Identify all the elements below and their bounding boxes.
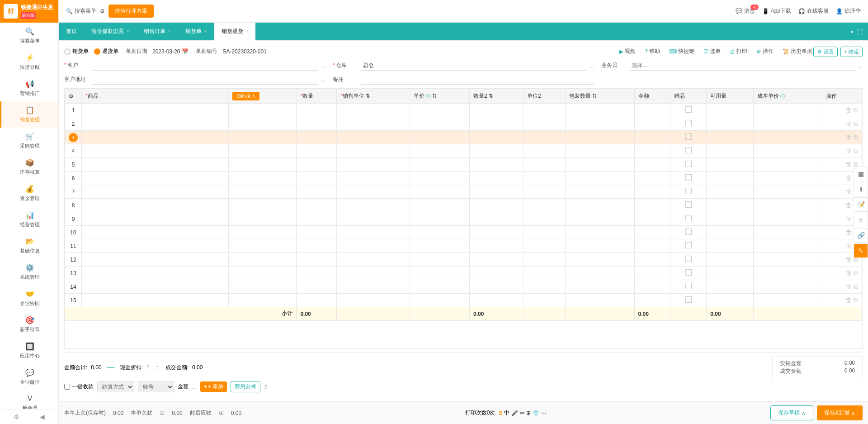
operations-btn[interactable]: ⚙ 操作 [754,46,776,57]
pkg-qty-cell-1[interactable] [565,104,634,117]
sidebar-item-basic[interactable]: 📂 基础信息 [0,233,58,259]
delete-icon[interactable]: 🗑 [845,161,852,168]
sidebar-item-finance[interactable]: 💰 资金管理 [0,180,58,206]
gift-cell-3[interactable] [670,131,707,144]
copy-icon[interactable]: ⧉ [854,283,858,291]
qty2-cell-3[interactable] [470,131,524,144]
qty2-cell-1[interactable] [470,104,524,117]
unit-price-cell-2[interactable] [410,117,470,131]
gift-checkbox-1[interactable] [685,106,692,113]
right-panel-tabs[interactable]: ▦ [854,167,868,181]
goods-cell-3[interactable] [82,131,229,144]
experience-btn[interactable]: 体验行业方案 [108,5,154,18]
customer-input[interactable] [92,60,318,71]
mic-icon[interactable]: 🎤 [511,410,518,416]
salesperson-input[interactable] [629,60,855,71]
amount-cell-1[interactable] [634,104,670,117]
tab-sales-return[interactable]: 销货退货 × [214,23,256,41]
delete-icon[interactable]: 🗑 [845,229,852,236]
qty2-cell-2[interactable] [470,117,524,131]
right-panel-info[interactable]: ℹ [854,182,868,196]
unit2-cell-2[interactable] [523,117,565,131]
sales-unit-cell-1[interactable] [337,104,410,117]
delete-icon[interactable]: 🗑 [845,201,852,209]
user-profile[interactable]: 👤 徐泽华 [836,7,861,15]
available-cell-1[interactable] [707,104,753,117]
delete-icon-1[interactable]: 🗑 [845,106,852,114]
goods-cell-1[interactable] [82,104,229,117]
right-panel-star[interactable]: ☆ [854,213,868,227]
delete-icon[interactable]: 🗑 [845,269,852,277]
tab-sales-order-close[interactable]: × [168,29,171,34]
copy-icon[interactable]: ⧉ [854,296,858,304]
sidebar-collapse-btn[interactable]: ◀ [40,413,45,420]
gear-area[interactable]: ⚙ [100,8,105,14]
address-input[interactable] [92,74,318,85]
gift-cell-2[interactable] [670,117,707,131]
cash-discount-help-icon[interactable]: ? [146,364,150,371]
copy-icon[interactable]: ⧉ [854,269,858,277]
help-btn[interactable]: ? 帮助 [642,46,663,57]
amount-cell-2[interactable] [634,117,670,131]
close-all-tabs[interactable]: × ⛶ [845,28,868,35]
pkg-qty-cell-3[interactable] [565,131,634,144]
tab-home[interactable]: 首页 [59,23,84,41]
copy-icon-3[interactable]: ⧉ [854,133,858,141]
tab-sales-order[interactable]: 销售订单 × [137,23,178,41]
sales-unit-cell-2[interactable] [337,117,410,131]
settings-btn[interactable]: ⚙ 设置 [813,47,837,57]
qty-cell-1[interactable] [297,104,337,117]
delete-icon[interactable]: 🗑 [845,256,852,263]
tab-sales-bill[interactable]: 销货单 × [178,23,214,41]
message-btn[interactable]: 💬 消息 70 [736,7,755,15]
sales-unit-cell-3[interactable] [337,131,410,144]
select-btn[interactable]: ☑ 选单 [701,46,723,57]
delete-icon[interactable]: 🗑 [845,283,852,291]
search-menu[interactable]: 🔍 搜索菜单 [66,7,96,15]
delete-icon[interactable]: 🗑 [845,147,852,155]
warehouse-input[interactable] [360,60,587,71]
sidebar-item-newbie[interactable]: 🎯 新手引导 [0,311,58,338]
sidebar-item-search[interactable]: 🔍 搜索菜单 [0,23,58,49]
available-cell-3[interactable] [707,131,753,144]
sidebar-item-shortcut[interactable]: ⚡ 快捷导航 [0,49,58,75]
add-payment-btn[interactable]: + + 添加 [200,381,227,392]
amount-cell-3[interactable] [634,131,670,144]
calendar-icon[interactable]: 📅 [182,48,189,55]
cost-price-cell-2[interactable] [753,117,822,131]
th-settings[interactable]: ⚙ [65,89,82,104]
online-service[interactable]: 🎧 在线客服 [798,7,829,15]
history-btn[interactable]: 📜 历史单据 [780,46,815,57]
sidebar-item-marketing[interactable]: 📢 营销推广 [0,75,58,101]
salesperson-selector[interactable]: ... [858,62,863,69]
gift-checkbox-3[interactable] [685,133,692,140]
copy-icon-2[interactable]: ⧉ [854,120,858,128]
sidebar-item-sales[interactable]: 📋 销售管理 [0,101,58,128]
sidebar-item-cooperation[interactable]: 🤝 企业协同 [0,285,58,311]
fee-split-btn[interactable]: 费用分摊 [231,381,260,392]
gift-cell-1[interactable] [670,104,707,117]
video-btn[interactable]: ▶ 视频 [617,46,638,57]
save-draft-btn[interactable]: 保存草稿 ∧ [770,405,813,420]
sidebar-item-appstore[interactable]: 🔲 应用中心 [0,338,58,364]
screenshot-icon[interactable]: ✂ [520,410,524,416]
sidebar-item-operations[interactable]: 📊 经营管理 [0,206,58,233]
add-row-btn[interactable]: + [69,133,78,142]
unit-price-cell-1[interactable] [410,104,470,117]
sidebar-settings-btn[interactable]: ⚙ [14,413,19,420]
right-panel-note[interactable]: 📝 [854,197,868,212]
payment-checkbox-input[interactable] [64,384,70,390]
warehouse-selector[interactable]: ... [590,62,594,69]
goods-cell-2[interactable] [82,117,229,131]
customer-selector[interactable]: ... [321,62,326,69]
radio-sales-bill[interactable]: 销货单 [64,48,89,55]
account-selector-dots[interactable]: ... [192,384,197,390]
delete-icon[interactable]: 🗑 [845,174,852,182]
delete-icon-3[interactable]: 🗑 [845,133,852,141]
right-panel-edit[interactable]: ✎ [854,243,868,258]
copy-icon-1[interactable]: ⧉ [854,106,858,114]
address-selector[interactable]: ... [321,76,326,83]
sidebar-item-purchase[interactable]: 🛒 采购管理 [0,128,58,154]
sidebar-item-member[interactable]: V 畅会员 [0,390,58,409]
calc-method-select[interactable]: 结算方式 [97,381,134,392]
